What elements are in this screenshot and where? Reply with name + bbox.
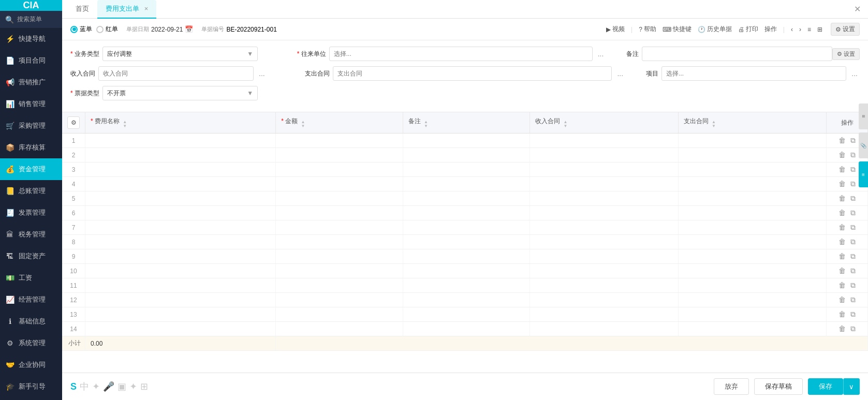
sidebar-item-project-contract[interactable]: 📄 项目合同 xyxy=(0,50,62,71)
settings-button[interactable]: ⚙ 设置 xyxy=(831,23,860,36)
tab-close-icon[interactable]: × xyxy=(144,5,149,12)
income-contract-cell[interactable] xyxy=(530,148,678,162)
delete-row-icon[interactable]: 🗑 xyxy=(838,165,846,173)
delete-row-icon[interactable]: 🗑 xyxy=(838,136,846,144)
note-cell[interactable] xyxy=(403,206,529,220)
expense-contract-cell[interactable] xyxy=(678,162,826,177)
income-contract-cell[interactable] xyxy=(530,134,678,148)
expense-contract-cell[interactable] xyxy=(678,148,826,162)
video-button[interactable]: ▶ 视频 xyxy=(606,25,625,34)
sidebar-search[interactable]: 🔍 搜索菜单 xyxy=(0,11,62,28)
sidebar-item-new-guide[interactable]: 🎓 新手引导 xyxy=(0,376,62,397)
expense-contract-cell[interactable] xyxy=(678,249,826,264)
delete-row-icon[interactable]: 🗑 xyxy=(838,295,846,304)
expense-contract-cell[interactable] xyxy=(678,191,826,206)
amount-cell[interactable] xyxy=(276,220,403,235)
save-dropdown-button[interactable]: ∨ xyxy=(843,378,860,395)
expense-name-cell[interactable] xyxy=(85,264,276,278)
note-cell[interactable] xyxy=(403,249,529,264)
help-button[interactable]: ? 帮助 xyxy=(639,25,656,34)
partner-input[interactable] xyxy=(329,47,593,61)
copy-row-icon[interactable]: ⧉ xyxy=(850,223,856,231)
expense-contract-cell[interactable] xyxy=(678,293,826,307)
amount-cell[interactable] xyxy=(276,177,403,191)
amount-cell[interactable] xyxy=(276,134,403,148)
copy-row-icon[interactable]: ⧉ xyxy=(850,295,856,304)
sidebar-item-fixed-assets[interactable]: 🏗 固定资产 xyxy=(0,245,62,267)
blue-bill-radio[interactable]: 蓝单 xyxy=(70,25,92,34)
prev-button[interactable]: ‹ xyxy=(791,26,793,33)
expense-contract-cell[interactable] xyxy=(678,307,826,322)
income-contract-input[interactable] xyxy=(98,66,254,81)
sidebar-item-marketing[interactable]: 📢 营销推广 xyxy=(0,71,62,93)
invoice-type-select[interactable]: 不开票 ▼ xyxy=(102,86,258,100)
amount-cell[interactable] xyxy=(276,293,403,307)
delete-row-icon[interactable]: 🗑 xyxy=(838,209,846,217)
sort-amount[interactable]: ▲▼ xyxy=(301,120,305,128)
save-button[interactable]: 保存 xyxy=(808,378,843,395)
partner-dots[interactable]: ... xyxy=(596,50,606,58)
copy-row-icon[interactable]: ⧉ xyxy=(850,136,856,144)
tab-home[interactable]: 首页 xyxy=(67,0,97,19)
amount-cell[interactable] xyxy=(276,162,403,177)
window-close-button[interactable]: ✕ xyxy=(852,2,863,16)
amount-cell[interactable] xyxy=(276,307,403,322)
red-bill-radio[interactable]: 红单 xyxy=(96,25,118,34)
income-contract-cell[interactable] xyxy=(530,235,678,249)
tab-expense[interactable]: 费用支出单 × xyxy=(97,0,156,19)
sidebar-item-purchase-mgmt[interactable]: 🛒 采购管理 xyxy=(0,115,62,137)
amount-cell[interactable] xyxy=(276,249,403,264)
sidebar-item-tax-mgmt[interactable]: 🏛 税务管理 xyxy=(0,224,62,245)
income-contract-cell[interactable] xyxy=(530,307,678,322)
expense-contract-cell[interactable] xyxy=(678,220,826,235)
expense-name-cell[interactable] xyxy=(85,293,276,307)
delete-row-icon[interactable]: 🗑 xyxy=(838,324,846,333)
income-contract-cell[interactable] xyxy=(530,278,678,293)
delete-row-icon[interactable]: 🗑 xyxy=(838,180,846,188)
income-contract-cell[interactable] xyxy=(530,322,678,336)
copy-row-icon[interactable]: ⧉ xyxy=(850,194,856,202)
copy-row-icon[interactable]: ⧉ xyxy=(850,310,856,318)
sidebar-item-accounting[interactable]: 📒 总账管理 xyxy=(0,180,62,202)
copy-row-icon[interactable]: ⧉ xyxy=(850,238,856,246)
delete-row-icon[interactable]: 🗑 xyxy=(838,281,846,289)
sidebar-item-cloud-apps[interactable]: ☁ 云应用 xyxy=(0,397,62,400)
copy-row-icon[interactable]: ⧉ xyxy=(850,151,856,159)
income-contract-cell[interactable] xyxy=(530,220,678,235)
calendar-icon[interactable]: 📅 xyxy=(185,25,193,33)
expense-contract-cell[interactable] xyxy=(678,322,826,336)
note-cell[interactable] xyxy=(403,134,529,148)
income-contract-cell[interactable] xyxy=(530,162,678,177)
expense-name-cell[interactable] xyxy=(85,278,276,293)
discard-button[interactable]: 放弃 xyxy=(714,378,749,395)
sidebar-item-sales-mgmt[interactable]: 📊 销售管理 xyxy=(0,93,62,115)
expense-name-cell[interactable] xyxy=(85,177,276,191)
expense-name-cell[interactable] xyxy=(85,220,276,235)
expense-name-cell[interactable] xyxy=(85,235,276,249)
grid-view-icon[interactable]: ⊞ xyxy=(817,26,822,33)
expense-contract-cell[interactable] xyxy=(678,235,826,249)
income-contract-cell[interactable] xyxy=(530,264,678,278)
amount-cell[interactable] xyxy=(276,278,403,293)
copy-row-icon[interactable]: ⧉ xyxy=(850,266,856,275)
business-type-select[interactable]: 应付调整 ▼ xyxy=(102,47,258,61)
expense-name-cell[interactable] xyxy=(85,249,276,264)
expense-name-cell[interactable] xyxy=(85,191,276,206)
amount-cell[interactable] xyxy=(276,148,403,162)
delete-row-icon[interactable]: 🗑 xyxy=(838,194,846,202)
expense-contract-cell[interactable] xyxy=(678,278,826,293)
sidebar-item-fund-mgmt[interactable]: 💰 资金管理 xyxy=(0,158,62,180)
copy-row-icon[interactable]: ⧉ xyxy=(850,324,856,333)
form-settings-button[interactable]: ⚙ 设置 xyxy=(832,48,860,60)
amount-cell[interactable] xyxy=(276,206,403,220)
sort-expense-name[interactable]: ▲▼ xyxy=(123,120,127,128)
note-cell[interactable] xyxy=(403,148,529,162)
note-cell[interactable] xyxy=(403,162,529,177)
sort-income-contract[interactable]: ▲▼ xyxy=(564,120,568,128)
amount-cell[interactable] xyxy=(276,191,403,206)
copy-row-icon[interactable]: ⧉ xyxy=(850,165,856,173)
save-draft-button[interactable]: 保存草稿 xyxy=(754,378,803,395)
copy-row-icon[interactable]: ⧉ xyxy=(850,180,856,188)
operation-button[interactable]: 操作 xyxy=(764,25,777,34)
copy-row-icon[interactable]: ⧉ xyxy=(850,252,856,260)
